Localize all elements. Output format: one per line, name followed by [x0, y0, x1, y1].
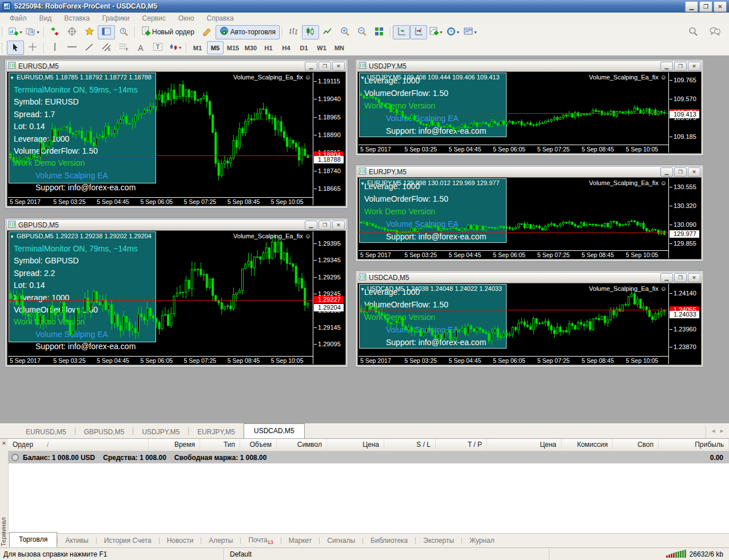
chart-minimize-button[interactable]: ▁: [660, 273, 673, 282]
chart-minimize-button[interactable]: ▁: [660, 167, 673, 177]
terminal-close-icon[interactable]: ✕: [1, 440, 7, 447]
column-header-3[interactable]: Объем: [240, 439, 277, 451]
chart-window-titlebar[interactable]: GBPUSD,M5 ▁❐✕: [6, 219, 346, 230]
maximize-button[interactable]: ❐: [699, 1, 712, 12]
column-header-8[interactable]: Цена: [487, 439, 561, 451]
terminal-tab-торговля[interactable]: Торговля: [9, 532, 57, 547]
column-header-5[interactable]: Цена: [327, 439, 384, 451]
column-header-1[interactable]: Время: [149, 439, 200, 451]
toolbar-grip[interactable]: [2, 43, 5, 53]
column-header-11[interactable]: Прибыль: [659, 439, 729, 451]
chart-window-eurjpy[interactable]: EURJPY,M5 ▁❐✕ Leverage: 1000VolumeOrderF…: [355, 165, 704, 262]
chart-shift-button[interactable]: [410, 25, 427, 39]
terminal-tab-сигналы[interactable]: Сигналы: [320, 534, 362, 547]
ea-smiley-icon[interactable]: ☺: [660, 179, 667, 186]
timeframe-button-H1[interactable]: H1: [260, 41, 277, 54]
status-profile[interactable]: Default: [224, 550, 549, 558]
chart-window-titlebar[interactable]: EURUSD,M5 ▁❐✕: [6, 61, 346, 71]
chart-window-titlebar[interactable]: USDJPY,M5 ▁❐✕: [357, 61, 702, 71]
column-header-7[interactable]: T / P: [436, 439, 487, 451]
menu-item-Сервис[interactable]: Сервис: [136, 14, 172, 22]
chart-candles-button[interactable]: [302, 25, 319, 39]
terminal-tab-журнал[interactable]: Журнал: [462, 534, 502, 547]
chart-plot-area[interactable]: Leverage: 1000VolumeOrderFlow: 1.50Work …: [358, 178, 668, 250]
symbol-dropdown-icon[interactable]: ▼: [360, 287, 365, 292]
chart-restore-button[interactable]: ❐: [674, 167, 687, 177]
chart-plot-area[interactable]: Leverage: 1000VolumeOrderFlow: 1.50Work …: [358, 284, 668, 356]
chart-minimize-button[interactable]: ▁: [305, 221, 317, 230]
chart-bars-button[interactable]: [285, 25, 302, 39]
timeframe-button-M5[interactable]: M5: [207, 41, 224, 54]
timeframe-button-D1[interactable]: D1: [296, 41, 312, 54]
menu-item-Окно[interactable]: Окно: [172, 14, 201, 22]
chart-close-button[interactable]: ✕: [332, 221, 345, 230]
timeframe-button-MN[interactable]: MN: [331, 41, 348, 54]
column-header-9[interactable]: Комиссия: [561, 439, 613, 451]
menu-item-Справка[interactable]: Справка: [201, 14, 240, 22]
chart-tab-eurusd-m5[interactable]: EURUSD,M5: [17, 426, 75, 438]
column-header-10[interactable]: Своп: [613, 439, 659, 451]
chart-minimize-button[interactable]: ▁: [660, 62, 673, 71]
crosshair-button[interactable]: [24, 41, 41, 55]
symbol-dropdown-icon[interactable]: ▼: [360, 181, 365, 186]
ea-smiley-icon[interactable]: ☺: [305, 233, 311, 239]
label-button[interactable]: T: [149, 41, 166, 55]
cursor-button[interactable]: [7, 41, 24, 55]
templates-button[interactable]: ▾: [461, 25, 479, 39]
chart-window-usdcad[interactable]: USDCAD,M5 ▁❐✕ Leverage: 1000VolumeOrderF…: [355, 270, 704, 367]
profiles-button[interactable]: ▾: [24, 25, 41, 39]
timeframe-button-M30[interactable]: M30: [242, 41, 259, 54]
close-button[interactable]: ✕: [714, 1, 727, 12]
community-chat-button[interactable]: [706, 25, 723, 39]
channel-button[interactable]: E: [98, 41, 115, 55]
symbol-dropdown-icon[interactable]: ▼: [10, 75, 14, 81]
timeframe-button-M1[interactable]: M1: [189, 41, 206, 54]
periods-button[interactable]: ▾: [444, 25, 461, 39]
fibonacci-button[interactable]: F: [115, 41, 132, 55]
chart-window-gbpusd[interactable]: GBPUSD,M5 ▁❐✕ TerminalMonitor ON, 79ms, …: [5, 218, 348, 367]
autotrading-button[interactable]: Авто-торговля: [216, 25, 280, 39]
column-header-2[interactable]: Тип: [200, 439, 240, 451]
chart-tab-gbpusd-m5[interactable]: GBPUSD,M5: [75, 426, 133, 438]
ea-smiley-icon[interactable]: ☺: [660, 74, 667, 81]
chart-window-eurusd[interactable]: EURUSD,M5 ▁❐✕ TerminalMonitor ON, 59ms, …: [5, 59, 348, 209]
chart-tab-usdcad-m5[interactable]: USDCAD,M5: [244, 423, 305, 438]
chart-close-button[interactable]: ✕: [688, 273, 700, 282]
column-header-4[interactable]: Символ: [277, 439, 327, 451]
scroll-left-icon[interactable]: ◄: [711, 428, 716, 434]
chart-line-button[interactable]: [319, 25, 336, 39]
chart-close-button[interactable]: ✕: [688, 167, 700, 177]
column-header-0[interactable]: Ордер/: [8, 439, 149, 451]
metaeditor-button[interactable]: [198, 25, 216, 39]
menu-item-Вставка[interactable]: Вставка: [58, 14, 96, 22]
timeframe-button-H4[interactable]: H4: [278, 41, 294, 54]
chart-restore-button[interactable]: ❐: [318, 62, 331, 71]
terminal-tab-маркет[interactable]: Маркет: [281, 534, 320, 547]
timeframe-button-W1[interactable]: W1: [313, 41, 330, 54]
zoom-out-button[interactable]: [353, 25, 371, 39]
terminal-tab-активы[interactable]: Активы: [58, 534, 96, 547]
menu-item-Графики[interactable]: Графики: [96, 14, 136, 22]
text-button[interactable]: A: [132, 41, 149, 55]
chart-restore-button[interactable]: ❐: [674, 273, 687, 282]
chart-tab-usdjpy-m5[interactable]: USDJPY,M5: [133, 426, 188, 438]
scroll-right-icon[interactable]: ►: [719, 428, 724, 434]
tile-windows-button[interactable]: [371, 25, 388, 39]
chart-minimize-button[interactable]: ▁: [305, 62, 317, 71]
menu-item-Вид[interactable]: Вид: [33, 14, 58, 22]
symbol-dropdown-icon[interactable]: ▼: [10, 234, 14, 239]
search-button[interactable]: [684, 25, 702, 39]
minimize-button[interactable]: ▁: [685, 1, 698, 12]
symbol-dropdown-icon[interactable]: ▼: [360, 75, 365, 81]
terminal-tab-история-счета[interactable]: История Счета: [97, 534, 159, 547]
chart-plot-area[interactable]: Leverage: 1000VolumeOrderFlow: 1.50Work …: [358, 73, 668, 145]
horizontal-line-button[interactable]: [63, 41, 81, 55]
autoscroll-button[interactable]: [393, 25, 410, 39]
chart-restore-button[interactable]: ❐: [674, 62, 687, 71]
new-chart-button[interactable]: ▾: [7, 25, 24, 39]
chart-window-titlebar[interactable]: EURJPY,M5 ▁❐✕: [357, 166, 702, 177]
navigator-button[interactable]: [81, 25, 98, 39]
chart-tab-eurjpy-m5[interactable]: EURJPY,M5: [189, 426, 244, 438]
trendline-button[interactable]: [81, 41, 98, 55]
terminal-tab-новости[interactable]: Новости: [160, 534, 201, 547]
